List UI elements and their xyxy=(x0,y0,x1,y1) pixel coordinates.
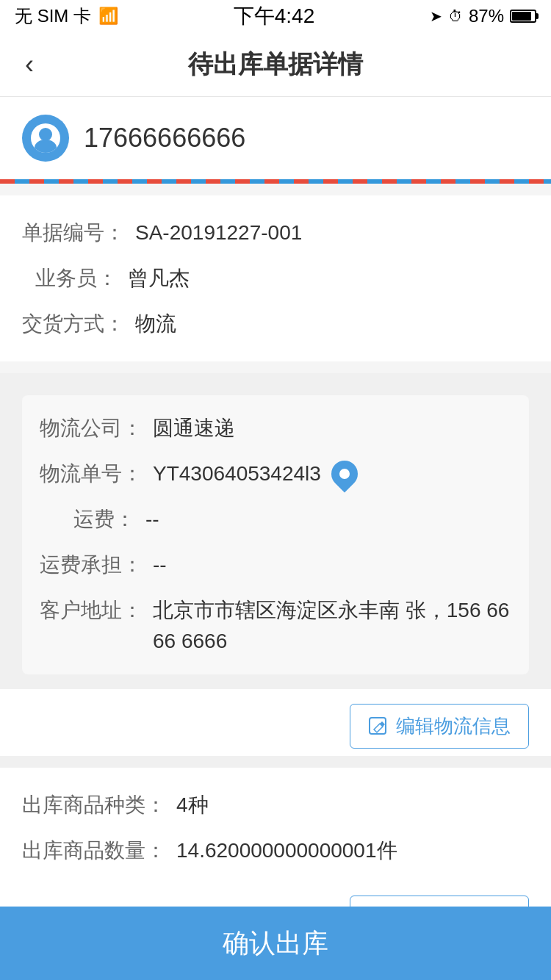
battery-icon xyxy=(510,10,536,23)
status-right: ➤ ⏱ 87% xyxy=(430,6,536,26)
nav-bar: ‹ 待出库单据详情 xyxy=(0,32,551,97)
location-icon: ➤ xyxy=(430,7,442,25)
goods-quantity-label: 出库商品数量： xyxy=(22,835,166,866)
edit-logistics-button[interactable]: 编辑物流信息 xyxy=(350,704,529,749)
goods-types-value: 4种 xyxy=(176,790,529,821)
order-no-value: SA-20191227-001 xyxy=(135,217,529,248)
delivery-value: 物流 xyxy=(135,309,529,339)
logistics-freight-value: -- xyxy=(145,504,511,535)
order-no-row: 单据编号： SA-20191227-001 xyxy=(22,217,529,248)
goods-types-row: 出库商品种类： 4种 xyxy=(22,790,529,821)
goods-quantity-value: 14.620000000000001件 xyxy=(176,835,529,866)
salesman-row: 业务员： 曾凡杰 xyxy=(22,263,529,294)
delivery-label: 交货方式： xyxy=(22,309,125,339)
logistics-freight-row: 运费： -- xyxy=(40,504,511,535)
logistics-company-label: 物流公司： xyxy=(40,413,143,444)
logistics-section: 物流公司： 圆通速递 物流单号： YT43064053424l3 运费： -- … xyxy=(0,373,551,689)
order-info-section: 单据编号： SA-20191227-001 业务员： 曾凡杰 交货方式： 物流 xyxy=(0,195,551,361)
status-time: 下午4:42 xyxy=(234,2,315,30)
avatar-icon xyxy=(31,123,60,153)
section-divider xyxy=(0,756,551,768)
confirm-button-label: 确认出库 xyxy=(223,926,328,962)
edit-icon xyxy=(368,716,389,737)
edit-logistics-label: 编辑物流信息 xyxy=(396,713,511,739)
logistics-company-value: 圆通速递 xyxy=(153,413,511,444)
alarm-icon: ⏱ xyxy=(448,8,463,25)
logistics-freightbear-row: 运费承担： -- xyxy=(40,550,511,580)
customer-section: 17666666666 xyxy=(0,97,551,179)
logistics-tracking-row: 物流单号： YT43064053424l3 xyxy=(40,458,511,489)
logistics-company-row: 物流公司： 圆通速递 xyxy=(40,413,511,444)
dashed-separator xyxy=(0,179,551,184)
back-button[interactable]: ‹ xyxy=(18,42,41,87)
battery-label: 87% xyxy=(469,6,504,26)
logistics-freightbear-label: 运费承担： xyxy=(40,550,143,580)
carrier-label: 无 SIM 卡 xyxy=(15,4,91,28)
logistics-freightbear-value: -- xyxy=(153,550,511,580)
customer-phone: 17666666666 xyxy=(84,123,245,154)
logistics-tracking-value: YT43064053424l3 xyxy=(153,458,511,489)
logistics-freight-label: 运费： xyxy=(40,504,135,535)
order-no-label: 单据编号： xyxy=(22,217,125,248)
salesman-value: 曾凡杰 xyxy=(128,263,529,294)
salesman-label: 业务员： xyxy=(22,263,118,294)
logistics-address-value: 北京市市辖区海淀区永丰南 张，156 6666 6666 xyxy=(153,595,511,657)
logistics-card: 物流公司： 圆通速递 物流单号： YT43064053424l3 运费： -- … xyxy=(22,395,529,674)
avatar xyxy=(22,115,69,162)
delivery-row: 交货方式： 物流 xyxy=(22,309,529,339)
status-bar: 无 SIM 卡 📶 下午4:42 ➤ ⏱ 87% xyxy=(0,0,551,32)
logistics-address-label: 客户地址： xyxy=(40,595,143,626)
status-left: 无 SIM 卡 📶 xyxy=(15,4,118,28)
wifi-icon: 📶 xyxy=(98,7,118,26)
edit-logistics-btn-wrap: 编辑物流信息 xyxy=(0,689,551,756)
logistics-address-row: 客户地址： 北京市市辖区海淀区永丰南 张，156 6666 6666 xyxy=(40,595,511,657)
confirm-button[interactable]: 确认出库 xyxy=(0,907,551,980)
goods-section: 出库商品种类： 4种 出库商品数量： 14.620000000000001件 xyxy=(0,768,551,881)
page-title: 待出库单据详情 xyxy=(188,48,363,82)
goods-quantity-row: 出库商品数量： 14.620000000000001件 xyxy=(22,835,529,866)
location-pin-icon[interactable] xyxy=(325,455,363,493)
goods-types-label: 出库商品种类： xyxy=(22,790,166,821)
logistics-tracking-label: 物流单号： xyxy=(40,458,143,489)
